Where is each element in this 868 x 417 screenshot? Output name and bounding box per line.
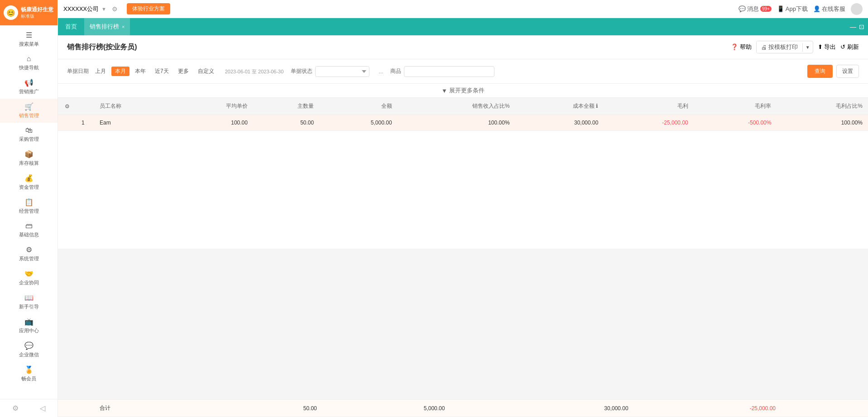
date-tab-7days[interactable]: 近7天 (151, 67, 173, 76)
footer-gross-rate (781, 400, 825, 417)
refresh-icon: ↺ (840, 43, 845, 50)
logo-text: 畅康通好生意 标准版 (21, 6, 53, 19)
col-settings[interactable]: ⚙ (58, 98, 76, 115)
footer-quantity: 50.00 (225, 400, 322, 417)
sidebar-item-quick-nav[interactable]: ⌂ 快捷导航 (0, 51, 58, 75)
gear-icon[interactable]: ⚙ (112, 5, 118, 13)
sidebar-item-label: 新手引导 (19, 303, 39, 310)
app-label: App下载 (786, 5, 808, 13)
data-table: ⚙ 员工名称 平均单价 主数量 全额 销售收入占比% 成本全额 ℹ 毛利 毛利率… (58, 98, 868, 131)
status-select[interactable] (315, 66, 369, 77)
tab-label: 销售排行榜 (90, 23, 119, 31)
col-name: 员工名称 (94, 98, 173, 115)
sidebar-settings-icon[interactable]: ⚙ (12, 404, 19, 412)
print-button[interactable]: 🖨 按模板打印 (757, 41, 802, 53)
footer-amount: 5,000.00 (322, 400, 451, 417)
date-tab-more[interactable]: 更多 (174, 67, 192, 76)
sidebar-item-system[interactable]: ⚙ 系统管理 (0, 242, 58, 266)
cell-sales-pct: 100.00% (398, 115, 515, 131)
tab-maximize-icon[interactable]: ⊡ (859, 23, 864, 30)
message-icon: 💬 (739, 5, 746, 12)
message-button[interactable]: 💬 消息 99+ (739, 5, 772, 13)
guide-icon: 📖 (24, 293, 34, 302)
sidebar-item-member[interactable]: 🏅 畅会员 (0, 362, 58, 386)
sidebar-item-label: 畅会员 (21, 375, 36, 382)
more-conditions-btn[interactable]: ... (379, 68, 383, 75)
footer-gross-pct (825, 400, 868, 417)
export-icon: ⬆ (818, 43, 823, 50)
app-download-button[interactable]: 📱 App下载 (777, 5, 808, 13)
page-title-row: 销售排行榜(按业务员) ❓ 帮助 🖨 按模板打印 ▼ ⬆ (67, 41, 859, 53)
service-icon: 👤 (813, 5, 820, 12)
settings-button[interactable]: 设置 (836, 65, 859, 78)
sidebar-item-label: 经营管理 (19, 208, 39, 215)
service-label: 在线客服 (822, 5, 845, 13)
table-row: 1 Eam 100.00 50.00 5,000.00 100.00% 30,0… (58, 115, 868, 131)
table-section: ⚙ 员工名称 平均单价 主数量 全额 销售收入占比% 成本全额 ℹ 毛利 毛利率… (58, 98, 868, 249)
help-button[interactable]: ❓ 帮助 (731, 43, 752, 51)
tab-close-icon[interactable]: × (122, 24, 125, 29)
col-rank (76, 98, 94, 115)
sidebar-item-purchase[interactable]: 🛍 采购管理 (0, 123, 58, 146)
footer-cell-empty2 (76, 400, 94, 417)
user-avatar[interactable] (851, 3, 863, 15)
company-selector[interactable]: XXXXXX公司 ▼ (63, 5, 106, 13)
filter-row-1: 单据日期 上月 本月 本年 近7天 更多 自定义 2023-06-01 至 20… (67, 65, 859, 78)
sidebar-item-basic-info[interactable]: 🗃 基础信息 (0, 218, 58, 242)
sidebar-item-wechat[interactable]: 💬 企业微信 (0, 338, 58, 362)
sidebar-item-marketing[interactable]: 📢 营销推广 (0, 75, 58, 99)
company-name: XXXXXX公司 (63, 5, 99, 13)
sidebar-footer: ⚙ ◁ (0, 399, 58, 417)
sidebar-item-label: 应用中心 (19, 327, 39, 334)
col-quantity: 主数量 (253, 98, 319, 115)
wechat-icon: 💬 (24, 341, 34, 350)
sidebar-item-sales[interactable]: 🛒 销售管理 (0, 99, 58, 123)
page-action-bar: ❓ 帮助 🖨 按模板打印 ▼ ⬆ 导出 (731, 41, 859, 53)
print-dropdown-arrow[interactable]: ▼ (802, 43, 813, 52)
sidebar-item-operations[interactable]: 📋 经营管理 (0, 194, 58, 218)
export-label: 导出 (824, 43, 836, 50)
tab-home[interactable]: 首页 (58, 18, 84, 35)
enterprise-icon: 🤝 (24, 269, 34, 278)
tab-minimize-icon[interactable]: — (850, 23, 856, 30)
sidebar-item-label: 快捷导航 (19, 64, 39, 71)
col-cost: 成本全额 ℹ (515, 98, 604, 115)
col-amount: 全额 (319, 98, 397, 115)
sidebar-item-app-center[interactable]: 📺 应用中心 (0, 314, 58, 338)
message-label: 消息 (747, 5, 759, 13)
search-button[interactable]: 查询 (807, 65, 833, 78)
cell-gross-pct: 100.00% (777, 115, 868, 131)
message-badge: 99+ (760, 6, 772, 12)
purchase-icon: 🛍 (25, 126, 33, 134)
footer-table: 合计 50.00 5,000.00 30,000.00 -25,000.00 (58, 400, 868, 417)
sidebar-item-inventory[interactable]: 📦 库存核算 (0, 146, 58, 170)
tab-sales-ranking[interactable]: 销售排行榜 × (84, 18, 130, 35)
online-service-button[interactable]: 👤 在线客服 (813, 5, 845, 13)
search-orders-icon: ☰ (26, 31, 32, 39)
footer-cell-empty1 (58, 400, 76, 417)
trial-button[interactable]: 体验行业方案 (127, 3, 170, 14)
date-tab-this-month[interactable]: 本月 (111, 67, 129, 76)
col-gross: 毛利 (604, 98, 693, 115)
export-button[interactable]: ⬆ 导出 (818, 43, 836, 51)
help-icon: ❓ (731, 43, 738, 50)
sidebar-item-search-orders[interactable]: ☰ 搜索菜单 (0, 27, 58, 51)
date-tab-last-month[interactable]: 上月 (91, 67, 110, 76)
date-tab-custom[interactable]: 自定义 (194, 67, 218, 76)
refresh-button[interactable]: ↺ 刷新 (840, 43, 859, 51)
sidebar-item-label: 营销推广 (19, 88, 39, 95)
cell-cost: 30,000.00 (515, 115, 604, 131)
sidebar-collapse-icon[interactable]: ◁ (40, 404, 45, 412)
expand-conditions-row: ▼ 展开更多条件 (58, 84, 868, 98)
status-filter: 单据状态 (291, 66, 369, 77)
sidebar-item-finance[interactable]: 💰 资金管理 (0, 170, 58, 194)
cell-avg-price: 100.00 (173, 115, 253, 131)
cell-settings (58, 115, 76, 131)
sidebar-item-enterprise[interactable]: 🤝 企业协同 (0, 266, 58, 290)
date-tab-this-year[interactable]: 本年 (131, 67, 149, 76)
app-icon: 📱 (777, 5, 784, 12)
footer-avg-price (181, 400, 225, 417)
goods-input[interactable] (404, 66, 494, 77)
expand-conditions-button[interactable]: ▼ 展开更多条件 (441, 86, 484, 95)
sidebar-item-guide[interactable]: 📖 新手引导 (0, 290, 58, 314)
